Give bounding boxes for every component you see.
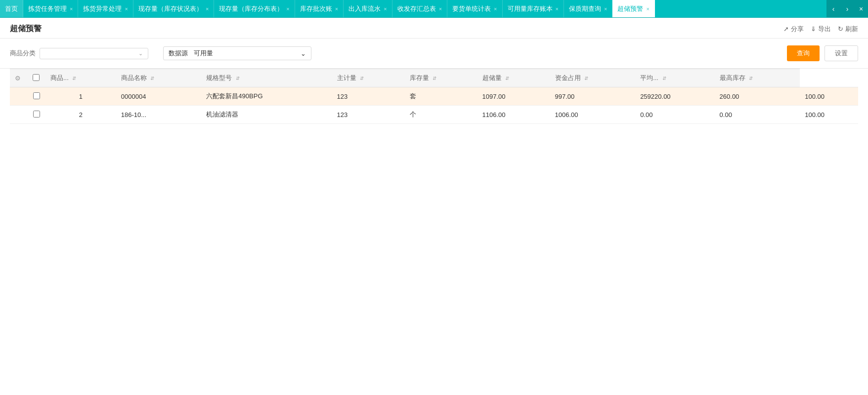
query-button[interactable]: 查询: [787, 45, 820, 61]
nav-item-batch[interactable]: 库存批次账×: [295, 0, 344, 17]
category-label: 商品分类: [10, 49, 36, 58]
nav-item-close-icon[interactable]: ×: [646, 6, 649, 12]
table-row: 1 0000004 六配套新昌490BPG 123 套 1097.00 997.…: [10, 87, 858, 106]
sort-stock-icon[interactable]: ⇵: [433, 76, 436, 81]
col-check: [28, 69, 45, 87]
datasource-filter: 数据源 可用量 ⌄: [163, 46, 311, 60]
row-spec: 123: [332, 106, 405, 124]
nav-item-close-icon[interactable]: ×: [286, 6, 289, 12]
sort-product-code-icon[interactable]: ⇵: [72, 76, 76, 81]
filter-area: 商品分类 ⌄ 数据源 可用量 ⌄ 查询 设置: [0, 39, 868, 69]
row-product-code: 0000004: [116, 87, 202, 106]
nav-item-close-icon[interactable]: ×: [604, 6, 607, 12]
category-select[interactable]: ⌄: [40, 48, 148, 59]
main-content: 超储预警 ➚ 分享 ⇓ 导出 ↻ 刷新 商品分类 ⌄: [0, 18, 868, 395]
nav-item-close-icon[interactable]: ×: [494, 6, 497, 12]
col-avg-label: 平均...: [640, 74, 658, 81]
nav-item-inventory-status[interactable]: 现存量（库存状况表）×: [133, 0, 214, 17]
col-unit: 主计量 ⇵: [332, 69, 405, 87]
nav-item-collect[interactable]: 收发存汇总表×: [392, 0, 447, 17]
row-spec: 123: [332, 87, 405, 106]
col-overstock: 超储量 ⇵: [477, 69, 550, 87]
row-max-stock: 100.00: [800, 87, 858, 106]
category-chevron-icon: ⌄: [138, 50, 143, 57]
nav-item-close-icon[interactable]: ×: [70, 6, 73, 12]
nav-close-button[interactable]: ×: [854, 0, 868, 17]
row-max-stock: 100.00: [800, 106, 858, 124]
nav-item-close-icon[interactable]: ×: [556, 6, 559, 12]
select-all-checkbox[interactable]: [33, 74, 40, 81]
nav-item-task[interactable]: 拣货任务管理×: [23, 0, 78, 17]
sort-product-name-icon[interactable]: ⇵: [150, 76, 154, 81]
nav-item-label: 超储预警: [617, 4, 643, 13]
col-max-stock: 最高库存 ⇵: [715, 69, 800, 87]
nav-item-abnormal[interactable]: 拣货异常处理×: [78, 0, 133, 17]
nav-item-label: 现存量（库存分布表）: [219, 4, 283, 13]
nav-item-label: 出入库流水: [348, 4, 381, 13]
row-overstock: 1006.00: [550, 106, 636, 124]
sort-spec-icon[interactable]: ⇵: [236, 76, 240, 81]
data-table: ⚙ 商品... ⇵ 商品名称 ⇵ 规格型号 ⇵: [10, 69, 858, 124]
category-filter: 商品分类 ⌄: [10, 48, 148, 59]
nav-item-close-icon[interactable]: ×: [439, 6, 442, 12]
row-checkbox-0[interactable]: [33, 92, 40, 99]
nav-item-home[interactable]: 首页: [0, 0, 23, 17]
export-button[interactable]: ⇓ 导出: [811, 25, 831, 34]
row-check-cell: [28, 87, 45, 106]
row-num-cell: 1: [45, 87, 116, 106]
col-spec-label: 规格型号: [206, 74, 232, 81]
col-capital-label: 资金占用: [555, 74, 581, 81]
nav-item-close-icon[interactable]: ×: [335, 6, 338, 12]
nav-item-close-icon[interactable]: ×: [125, 6, 128, 12]
row-checkbox-1[interactable]: [33, 111, 40, 118]
nav-next-button[interactable]: ›: [840, 0, 854, 17]
col-settings: ⚙: [10, 69, 28, 87]
sort-max-stock-icon[interactable]: ⇵: [749, 76, 753, 81]
refresh-icon: ↻: [838, 25, 843, 33]
gear-icon[interactable]: ⚙: [15, 75, 21, 82]
datasource-select[interactable]: 数据源 可用量 ⌄: [163, 46, 311, 60]
page-header: 超储预警 ➚ 分享 ⇓ 导出 ↻ 刷新: [0, 18, 868, 39]
row-product-code: 186-10...: [116, 106, 202, 124]
header-actions: ➚ 分享 ⇓ 导出 ↻ 刷新: [783, 25, 858, 34]
sort-avg-icon[interactable]: ⇵: [662, 76, 666, 81]
nav-item-label: 拣货任务管理: [28, 4, 67, 13]
col-spec: 规格型号 ⇵: [201, 69, 332, 87]
sort-unit-icon[interactable]: ⇵: [360, 76, 364, 81]
datasource-value: 可用量: [194, 49, 213, 58]
nav-item-overstock[interactable]: 超储预警×: [612, 0, 654, 17]
col-unit-label: 主计量: [337, 74, 356, 81]
row-stock: 1106.00: [477, 106, 550, 124]
share-button[interactable]: ➚ 分享: [783, 25, 804, 34]
settings-button[interactable]: 设置: [825, 45, 858, 61]
col-product-name: 商品名称 ⇵: [116, 69, 202, 87]
datasource-chevron-icon: ⌄: [301, 50, 306, 57]
table-header-row: ⚙ 商品... ⇵ 商品名称 ⇵ 规格型号 ⇵: [10, 69, 858, 87]
nav-item-label: 拣货异常处理: [83, 4, 122, 13]
nav-item-label: 首页: [5, 4, 18, 13]
row-product-name: 六配套新昌490BPG: [201, 87, 332, 106]
row-avg: 260.00: [715, 87, 800, 106]
row-capital: 0.00: [635, 106, 714, 124]
sort-capital-icon[interactable]: ⇵: [584, 76, 588, 81]
col-stock: 库存量 ⇵: [405, 69, 477, 87]
row-overstock: 997.00: [550, 87, 636, 106]
share-icon: ➚: [783, 25, 789, 33]
nav-item-order-stat[interactable]: 要货单统计表×: [447, 0, 502, 17]
nav-item-label: 要货单统计表: [452, 4, 491, 13]
nav-item-inventory-dist[interactable]: 现存量（库存分布表）×: [214, 0, 295, 17]
col-avg: 平均... ⇵: [635, 69, 714, 87]
export-icon: ⇓: [811, 25, 816, 33]
nav-prev-button[interactable]: ‹: [826, 0, 840, 17]
refresh-button[interactable]: ↻ 刷新: [838, 25, 858, 34]
nav-item-inout[interactable]: 出入库流水×: [344, 0, 392, 17]
row-unit: 个: [405, 106, 477, 124]
nav-item-close-icon[interactable]: ×: [384, 6, 387, 12]
nav-item-available[interactable]: 可用量库存账本×: [503, 0, 564, 17]
nav-item-label: 现存量（库存状况表）: [138, 4, 203, 13]
nav-item-label: 库存批次账: [300, 4, 332, 13]
sort-overstock-icon[interactable]: ⇵: [505, 76, 509, 81]
nav-item-quality[interactable]: 保质期查询×: [564, 0, 612, 17]
col-max-stock-label: 最高库存: [720, 74, 745, 81]
nav-item-close-icon[interactable]: ×: [206, 6, 209, 12]
